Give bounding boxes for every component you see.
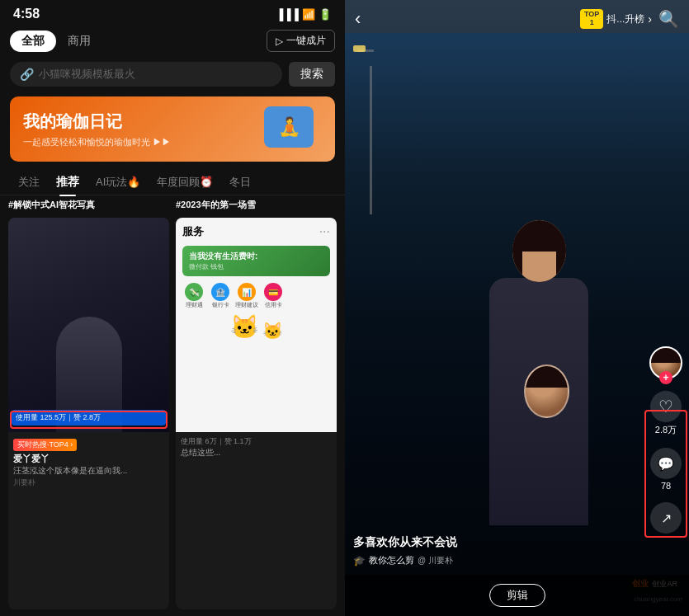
service-header: 服务 ··· — [182, 224, 330, 239]
service-banner-sub: 微付款 钱包 — [189, 262, 323, 271]
video-top-nav: ‹ TOP 1 抖...升榜 › 🔍 — [345, 8, 689, 30]
right-panel: ‹ TOP 1 抖...升榜 › 🔍 + ♡ 2.8万 — [345, 0, 689, 616]
action-avatar-item[interactable]: + — [649, 346, 682, 379]
back-button[interactable]: ‹ — [355, 8, 361, 30]
ranking-text[interactable]: 抖...升榜 — [606, 12, 644, 26]
video-sub-caption: 🎓 教你怎么剪 @ 川要朴 — [353, 554, 453, 567]
action-like-item[interactable]: ♡ 2.8万 — [650, 391, 682, 436]
banner-text: 我的瑜伽日记 一起感受轻松和愉悦的瑜伽时光 ▶▶ — [23, 111, 171, 148]
card-usage-2: 使用量 6万｜赞 1.1万 — [181, 436, 332, 447]
comment-count: 78 — [661, 481, 671, 491]
like-count: 2.8万 — [655, 424, 677, 436]
service-circle-3: 📊 — [238, 283, 256, 301]
avatar-wrapper: + — [649, 346, 682, 379]
share-icon: ↗ — [650, 502, 682, 534]
hair-left — [512, 233, 522, 282]
search-row: 🔗 小猫咪视频模板最火 搜索 — [0, 57, 345, 92]
top1-badge: TOP 1 — [580, 9, 603, 29]
battery-icon: 🔋 — [319, 8, 332, 21]
bottom-action-button[interactable]: 剪辑 — [489, 584, 545, 607]
signal-icon: ▐▐▐ — [276, 8, 299, 21]
left-panel: 4:58 ▐▐▐ 📶 🔋 全部 商用 ▷ 一键成片 🔗 小猫咪视频模板最火 搜索… — [0, 0, 345, 616]
tab-ai[interactable]: AI玩法🔥 — [87, 172, 149, 193]
service-icon-2: 🏦 银行卡 — [209, 283, 232, 308]
tab-recommend[interactable]: 推荐 — [48, 172, 87, 193]
topic-headers: #解锁中式AI智花写真 #2023年的第一场雪 — [0, 195, 345, 211]
avatar-hair — [649, 348, 682, 363]
service-icons-row: 💸 理财通 🏦 银行卡 📊 理财建议 💳 信用卡 — [182, 283, 330, 308]
service-icon-1: 💸 理财通 — [182, 283, 205, 308]
card-user-1: 爱丫爱丫 — [13, 453, 164, 465]
tab-commercial[interactable]: 商用 — [63, 31, 96, 52]
video-thumb-1: 使用量 125.5万｜赞 2.8万 — [8, 218, 169, 432]
inset-portrait — [524, 364, 569, 418]
banner-illustration: 🧘 — [264, 106, 322, 152]
search-button-right[interactable]: 🔍 — [658, 9, 679, 29]
sub-caption-icon: 🎓 — [353, 555, 366, 567]
service-circle-4: 💳 — [264, 283, 282, 301]
usage-text-1: 使用量 125.5万｜赞 2.8万 — [16, 413, 101, 421]
video-caption: 多喜欢你从来不会说 — [353, 535, 639, 550]
tab-follow[interactable]: 关注 — [10, 172, 48, 193]
service-icon-label-2: 银行卡 — [212, 302, 229, 308]
card-desc-1: 汪茎泓这个版本像是在逼向我... — [13, 465, 164, 477]
usage-badge-1: 使用量 125.5万｜赞 2.8万 — [12, 410, 166, 426]
cat-emoji-2: 🐱 — [262, 321, 283, 341]
service-dots: ··· — [319, 224, 330, 239]
search-button[interactable]: 搜索 — [289, 62, 335, 87]
card-info-2: 使用量 6万｜赞 1.1万 总结这些... — [176, 432, 337, 462]
one-click-button[interactable]: ▷ 一键成片 — [267, 30, 335, 52]
banner-subtitle: 一起感受轻松和愉悦的瑜伽时光 ▶▶ — [23, 136, 171, 148]
search-input-wrap[interactable]: 🔗 小猫咪视频模板最火 — [10, 62, 282, 87]
top-badge-area: TOP 1 抖...升榜 › — [580, 9, 652, 29]
video-icon: ▷ — [276, 35, 283, 47]
status-time: 4:58 — [13, 7, 40, 21]
card-info-1: 买时热搜·TOP4 › 爱丫爱丫 汪茎泓这个版本像是在逼向我... 川要朴 — [8, 432, 169, 491]
topic-tag-2: #2023年的第一场雪 — [176, 199, 337, 211]
content-grid: 使用量 125.5万｜赞 2.8万 买时热搜·TOP4 › 爱丫爱丫 汪茎泓这个… — [0, 211, 345, 616]
girl-figure — [8, 218, 169, 432]
service-icon-label-4: 信用卡 — [265, 302, 282, 308]
status-bar: 4:58 ▐▐▐ 📶 🔋 — [0, 0, 345, 25]
girl-head — [512, 220, 566, 282]
service-icon-3: 📊 理财建议 — [235, 283, 258, 308]
service-icon-label-1: 理财通 — [186, 302, 203, 308]
status-icons: ▐▐▐ 📶 🔋 — [276, 8, 332, 21]
banner[interactable]: 我的瑜伽日记 一起感受轻松和愉悦的瑜伽时光 ▶▶ 🧘 — [10, 96, 335, 162]
sub-author: @ 川要朴 — [418, 555, 453, 567]
top-tabs: 全部 商用 ▷ 一键成片 — [0, 25, 345, 57]
one-click-label: 一键成片 — [286, 34, 326, 48]
service-circle-1: 💸 — [185, 283, 203, 301]
service-banner-inner: 当我没有生活费时: 微付款 钱包 — [182, 246, 330, 276]
tab-year[interactable]: 年度回顾⏰ — [149, 172, 221, 193]
action-comment-item[interactable]: 💬 78 — [650, 448, 682, 491]
inset-hair — [524, 366, 569, 388]
service-banner-title: 当我没有生活费时: — [189, 251, 323, 262]
link-icon: 🔗 — [20, 68, 34, 81]
banner-title: 我的瑜伽日记 — [23, 111, 171, 133]
comment-icon: 💬 — [650, 448, 682, 479]
light-glow-1 — [353, 45, 366, 52]
topic-tag-1: #解锁中式AI智花写真 — [8, 199, 169, 211]
service-icon-4: 💳 信用卡 — [262, 283, 285, 308]
service-circle-2: 🏦 — [211, 283, 229, 301]
light-pole-1 — [370, 66, 372, 214]
cat-area: 🐱 🐱 — [182, 313, 330, 341]
tab-winter[interactable]: 冬日 — [221, 172, 259, 193]
service-title: 服务 — [182, 224, 204, 239]
card-author-1: 川要朴 — [13, 477, 164, 488]
cat-emoji-1: 🐱 — [230, 313, 259, 341]
service-icon-label-3: 理财建议 — [235, 302, 258, 308]
ranking-arrow-icon: › — [648, 12, 652, 26]
action-share-item[interactable]: ↗ — [650, 502, 682, 534]
hair-right — [556, 233, 566, 282]
tab-all[interactable]: 全部 — [10, 31, 56, 52]
hot-badge-1: 买时热搜·TOP4 › — [13, 439, 77, 451]
yoga-icon: 🧘 — [264, 106, 314, 148]
video-card-1[interactable]: 使用量 125.5万｜赞 2.8万 买时热搜·TOP4 › 爱丫爱丫 汪茎泓这个… — [8, 218, 169, 609]
video-actions: + ♡ 2.8万 💬 78 ↗ — [649, 346, 682, 534]
video-card-2[interactable]: 服务 ··· 当我没有生活费时: 微付款 钱包 💸 理财通 🏦 银行卡 — [176, 218, 337, 609]
avatar-plus-icon: + — [659, 371, 672, 384]
video-bottom-bar: 剪辑 — [345, 575, 689, 616]
wifi-icon: 📶 — [302, 8, 315, 21]
